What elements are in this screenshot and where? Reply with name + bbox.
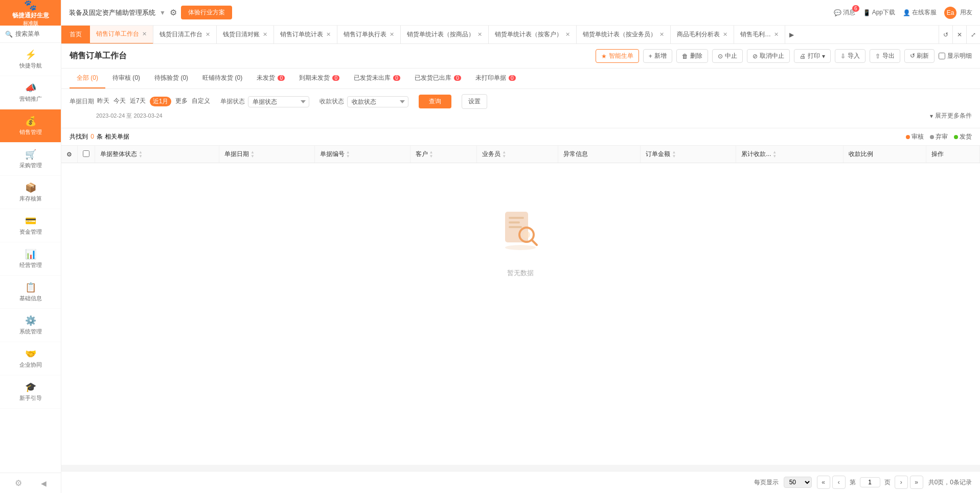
tab-profit-analysis-close[interactable]: ✕ xyxy=(723,31,727,38)
tab-sales-stats[interactable]: 销售订单统计表 ✕ xyxy=(274,26,337,44)
approve-action[interactable]: 审核 xyxy=(906,132,924,141)
subtab-all[interactable]: 全部 (0) xyxy=(70,69,105,88)
date-1month[interactable]: 近1月 xyxy=(150,97,172,106)
th-settings[interactable]: ⚙ xyxy=(61,146,78,163)
th-cumulative-payment[interactable]: 累计收款... ▲▼ xyxy=(736,146,844,163)
tab-sales-staff-stats-close[interactable]: ✕ xyxy=(659,31,664,38)
sidebar-collapse-icon[interactable]: ◀ xyxy=(41,479,47,487)
subtab-wangpu-pending[interactable]: 旺铺待发货 (0) xyxy=(195,69,249,88)
page-last-button[interactable]: » xyxy=(910,476,923,489)
horizontal-scrollbar[interactable] xyxy=(61,465,980,471)
sidebar-settings-icon[interactable]: ⚙ xyxy=(15,478,22,488)
tab-cash-reconcile-close[interactable]: ✕ xyxy=(263,31,267,38)
page-prev-button[interactable]: ‹ xyxy=(832,476,846,489)
sidebar-item-system[interactable]: ⚙️ 系统管理 xyxy=(0,309,61,342)
th-customer[interactable]: 客户 ▲▼ xyxy=(410,146,477,163)
tab-sales-product-stats-close[interactable]: ✕ xyxy=(477,31,482,38)
export-button[interactable]: ⇧ 导出 xyxy=(870,49,900,63)
show-detail-input[interactable] xyxy=(939,53,945,59)
date-yesterday[interactable]: 昨天 xyxy=(97,97,109,106)
th-staff[interactable]: 业务员 ▲▼ xyxy=(477,146,558,163)
tab-sales-workbench[interactable]: 销售订单工作台 ✕ xyxy=(90,26,153,44)
date-custom[interactable]: 自定义 xyxy=(192,97,210,106)
tab-sales-product-stats[interactable]: 销货单统计表（按商品） ✕ xyxy=(401,26,489,44)
tab-sales-customer-stats-close[interactable]: ✕ xyxy=(565,31,570,38)
th-number[interactable]: 单据编号 ▲▼ xyxy=(314,146,410,163)
system-dropdown-arrow[interactable]: ▼ xyxy=(159,9,166,16)
import-button[interactable]: ⇩ 导入 xyxy=(835,49,865,63)
sidebar-search[interactable]: 🔍 搜索菜单 xyxy=(0,26,61,43)
tab-cash-daily[interactable]: 钱货日清工作台 ✕ xyxy=(153,26,217,44)
tab-refresh-button[interactable]: ↺ xyxy=(939,26,952,44)
th-checkbox[interactable] xyxy=(78,146,95,163)
tab-close-all-button[interactable]: ✕ xyxy=(952,26,966,44)
payment-select[interactable]: 收款状态 xyxy=(347,96,408,107)
expand-more-button[interactable]: ▾ 展开更多条件 xyxy=(930,111,972,120)
tab-sales-stats-close[interactable]: ✕ xyxy=(326,31,331,38)
sidebar-item-sales[interactable]: 💰 销售管理 xyxy=(0,109,61,143)
subtab-shipped-out[interactable]: 已发货已出库 0 xyxy=(407,69,468,88)
select-all-checkbox[interactable] xyxy=(83,150,89,157)
th-date[interactable]: 单据日期 ▲▼ xyxy=(219,146,314,163)
smart-generate-button[interactable]: ★ 智能生单 xyxy=(596,49,639,63)
sidebar-item-purchase[interactable]: 🛒 采购管理 xyxy=(0,143,61,176)
sidebar-item-cooperation[interactable]: 🤝 企业协同 xyxy=(0,342,61,375)
tab-more-button[interactable]: ▶ xyxy=(785,31,798,38)
subtab-not-printed[interactable]: 未打印单据 0 xyxy=(468,69,523,88)
subtab-overdue-unshipped[interactable]: 到期未发货 0 xyxy=(292,69,347,88)
online-service-button[interactable]: 👤 在线客服 xyxy=(903,8,937,17)
subtab-unshipped[interactable]: 未发货 0 xyxy=(249,69,292,88)
tab-sales-staff-stats[interactable]: 销货单统计表（按业务员） ✕ xyxy=(577,26,671,44)
tab-sales-profit[interactable]: 销售毛利… ✕ xyxy=(734,26,785,44)
app-download-button[interactable]: 📱 App下载 xyxy=(863,8,895,17)
show-detail-checkbox[interactable]: 显示明细 xyxy=(939,52,972,60)
th-amount[interactable]: 订单金额 ▲▼ xyxy=(641,146,736,163)
subtab-unshipped-label: 未发货 xyxy=(257,74,275,81)
sidebar-item-basic-info[interactable]: 📋 基础信息 xyxy=(0,276,61,309)
tab-cash-daily-close[interactable]: ✕ xyxy=(206,31,210,38)
query-button[interactable]: 查询 xyxy=(419,95,451,108)
delete-button[interactable]: 🗑 删除 xyxy=(676,49,708,63)
refresh-button[interactable]: ↺ 刷新 xyxy=(904,49,935,63)
status-select[interactable]: 单据状态 xyxy=(248,96,309,107)
th-status[interactable]: 单据整体状态 ▲▼ xyxy=(95,146,219,163)
tab-sales-exec[interactable]: 销售订单执行表 ✕ xyxy=(337,26,401,44)
subtab-shipped-not-out[interactable]: 已发货未出库 0 xyxy=(347,69,407,88)
page-input[interactable] xyxy=(860,477,880,487)
unapprove-action[interactable]: 弃审 xyxy=(930,132,948,141)
sidebar-item-marketing[interactable]: 📣 营销推广 xyxy=(0,76,61,109)
tab-sales-customer-stats[interactable]: 销货单统计表（按客户） ✕ xyxy=(489,26,577,44)
tab-profit-analysis[interactable]: 商品毛利分析表 ✕ xyxy=(671,26,734,44)
sidebar-item-finance[interactable]: 💳 资金管理 xyxy=(0,209,61,242)
settings-filter-button[interactable]: 设置 xyxy=(462,94,487,109)
ship-action[interactable]: 发货 xyxy=(954,132,972,141)
tab-cash-reconcile-label: 钱货日清对账 xyxy=(223,30,260,39)
tab-home[interactable]: 首页 xyxy=(61,26,90,44)
th-exception[interactable]: 异常信息 xyxy=(558,146,641,163)
tab-sales-profit-close[interactable]: ✕ xyxy=(774,31,779,38)
topbar-settings-icon[interactable]: ⚙ xyxy=(170,8,177,17)
tab-cash-reconcile[interactable]: 钱货日清对账 ✕ xyxy=(217,26,274,44)
tab-sales-exec-close[interactable]: ✕ xyxy=(390,31,394,38)
page-size-select[interactable]: 10 20 50 100 xyxy=(784,477,812,488)
solution-button[interactable]: 体验行业方案 xyxy=(181,6,232,19)
date-today[interactable]: 今天 xyxy=(113,97,126,106)
tab-sales-close[interactable]: ✕ xyxy=(142,31,147,37)
stop-button[interactable]: ⊙ 中止 xyxy=(712,49,743,63)
date-more[interactable]: 更多 xyxy=(175,97,188,106)
subtab-pending-review[interactable]: 待审核 (0) xyxy=(105,69,147,88)
tab-fullscreen-button[interactable]: ⤢ xyxy=(966,26,980,44)
sidebar-item-guide[interactable]: 🎓 新手引导 xyxy=(0,375,61,409)
subtab-pending-check[interactable]: 待拣验货 (0) xyxy=(147,69,195,88)
sidebar-item-quick-nav[interactable]: ⚡ 快捷导航 xyxy=(0,43,61,76)
user-menu-button[interactable]: Ea 用友 xyxy=(944,7,972,19)
page-first-button[interactable]: « xyxy=(817,476,830,489)
date-7days[interactable]: 近7天 xyxy=(130,97,146,106)
sidebar-item-management[interactable]: 📊 经营管理 xyxy=(0,242,61,276)
add-button[interactable]: + 新增 xyxy=(643,49,672,63)
message-button[interactable]: 💬 消息 6 xyxy=(834,8,855,17)
print-button[interactable]: 🖨 打印 ▾ xyxy=(794,49,831,63)
page-next-button[interactable]: › xyxy=(895,476,908,489)
cancel-stop-button[interactable]: ⊘ 取消中止 xyxy=(747,49,790,63)
sidebar-item-inventory[interactable]: 📦 库存核算 xyxy=(0,176,61,209)
